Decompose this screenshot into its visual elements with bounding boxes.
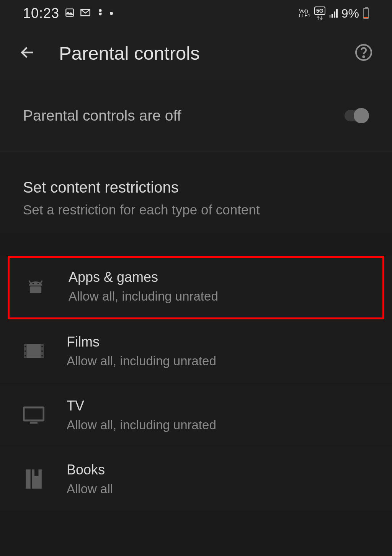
film-icon [23, 340, 44, 362]
signal-icon [329, 9, 338, 18]
item-title: Books [67, 462, 113, 478]
app-header: Parental controls [0, 27, 392, 80]
list-item-books[interactable]: Books Allow all [0, 447, 392, 511]
page-title: Parental controls [59, 43, 332, 64]
svg-point-5 [38, 283, 39, 284]
parental-controls-toggle-row: Parental controls are off [0, 80, 392, 152]
item-subtitle: Allow all, including unrated [67, 354, 216, 368]
network-5g-indicator: 5G [314, 7, 325, 20]
back-arrow-icon[interactable] [19, 44, 36, 62]
toggle-label: Parental controls are off [23, 107, 181, 124]
restrictions-title: Set content restrictions [23, 179, 369, 196]
svg-rect-16 [24, 407, 44, 420]
book-icon [23, 468, 44, 490]
status-time: 10:23 [23, 5, 59, 21]
restrictions-subtitle: Set a restriction for each type of conte… [23, 202, 369, 217]
item-title: Apps & games [69, 269, 218, 285]
svg-rect-17 [26, 469, 31, 489]
lte-indicator: Vo)) LTE1 [299, 9, 310, 18]
list-item-films[interactable]: Films Allow all, including unrated [0, 319, 392, 383]
item-title: Films [67, 334, 216, 350]
restrictions-header: Set content restrictions Set a restricti… [0, 152, 392, 233]
item-subtitle: Allow all, including unrated [69, 289, 218, 304]
gmail-icon [80, 8, 91, 18]
item-title: TV [67, 398, 216, 414]
notification-icon [96, 8, 105, 19]
updown-arrows-icon [316, 16, 323, 20]
svg-point-11 [24, 350, 26, 352]
svg-rect-19 [34, 469, 38, 476]
svg-point-15 [41, 355, 43, 356]
picture-icon [65, 8, 75, 19]
parental-controls-toggle[interactable] [341, 106, 369, 125]
svg-point-13 [41, 346, 43, 347]
help-icon[interactable] [354, 43, 373, 63]
list-item-apps-games[interactable]: Apps & games Allow all, including unrate… [8, 256, 384, 319]
svg-point-1 [99, 9, 101, 12]
svg-point-14 [41, 350, 43, 352]
svg-rect-6 [30, 286, 41, 293]
battery-percent: 9% [341, 7, 359, 21]
overflow-dot-icon [110, 12, 113, 15]
svg-point-4 [33, 283, 34, 284]
android-icon [25, 276, 46, 297]
item-subtitle: Allow all [67, 482, 113, 496]
tv-icon [23, 404, 44, 426]
svg-point-3 [363, 56, 364, 57]
status-left: 10:23 [23, 5, 113, 21]
battery-icon [363, 8, 369, 19]
svg-point-10 [24, 346, 26, 347]
item-subtitle: Allow all, including unrated [67, 418, 216, 432]
status-right: Vo)) LTE1 5G 9% [299, 7, 369, 21]
status-bar: 10:23 Vo)) LTE1 5G 9% [0, 0, 392, 27]
restriction-list: Apps & games Allow all, including unrate… [0, 256, 392, 511]
list-item-tv[interactable]: TV Allow all, including unrated [0, 383, 392, 447]
svg-point-12 [24, 355, 26, 356]
